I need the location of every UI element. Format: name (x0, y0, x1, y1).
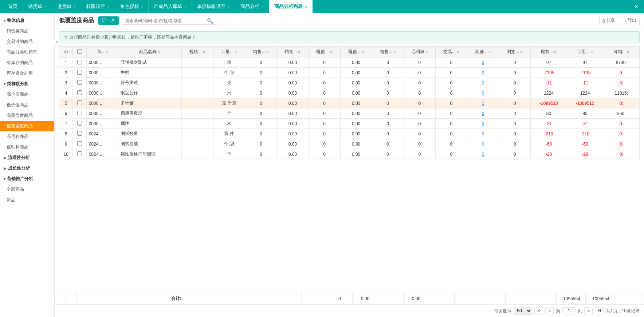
sidebar-collapse-button[interactable]: « (54, 39, 60, 46)
col-cov2[interactable]: 覆盖...⇅ (340, 47, 372, 58)
nav-tab-sales[interactable]: 销货单 × (23, 0, 52, 13)
close-production-tab[interactable]: × (184, 5, 186, 9)
row-checkbox[interactable] (73, 58, 86, 68)
export-button[interactable]: ↑ 导出 (621, 16, 640, 25)
row-checkbox[interactable] (73, 98, 86, 108)
nav-tab-template[interactable]: 单据模板设置 × (192, 0, 235, 13)
first-page-button[interactable]: K (534, 307, 543, 314)
col-gross[interactable]: 毛利率⇅ (404, 47, 435, 58)
row-checkbox[interactable] (73, 68, 86, 78)
row-select-checkbox[interactable] (77, 80, 82, 85)
col-trans[interactable]: 交易...⇅ (435, 47, 467, 58)
row-checkbox[interactable] (73, 149, 86, 159)
close-sales-tab[interactable]: × (44, 5, 47, 9)
row-no: 8 (59, 129, 73, 139)
col-cov1[interactable]: 覆盖...⇅ (309, 47, 340, 58)
row-sales-vol: 0 (372, 129, 404, 139)
close-analysis-tab[interactable]: × (262, 5, 264, 9)
row-br1[interactable]: 0 (467, 119, 499, 129)
sidebar-group-liquidity[interactable]: ▶ 流通性分析 (0, 152, 54, 163)
search-input[interactable] (125, 18, 205, 23)
col-current[interactable]: 现有...⇅ (531, 47, 567, 58)
row-select-checkbox[interactable] (77, 141, 82, 146)
col-sales-vol[interactable]: 销售...⇅ (372, 47, 404, 58)
next-page-button[interactable]: > (584, 307, 593, 314)
sidebar-item-stock-fund[interactable]: 库存资金占用 (0, 68, 54, 79)
row-br1[interactable]: 0 (467, 88, 499, 98)
row-code: 0024... (86, 139, 118, 149)
row-br1[interactable]: 0 (467, 68, 499, 78)
col-checkbox[interactable] (73, 47, 86, 58)
row-br1[interactable]: 0 (467, 98, 499, 108)
select-all-checkbox[interactable] (77, 49, 82, 54)
row-select-checkbox[interactable] (77, 60, 82, 64)
close-purchase-tab[interactable]: × (74, 5, 76, 9)
col-br2[interactable]: 浏览...⇅ (499, 47, 531, 58)
row-checkbox[interactable] (73, 139, 86, 149)
sidebar-item-category-sales-rate[interactable]: 商品分类动销率 (0, 47, 54, 58)
nav-tab-role[interactable]: 角色授权 × (115, 0, 149, 13)
col-sales-amt[interactable]: 销售...⇅ (277, 47, 309, 58)
search-icon[interactable]: 🔍 (207, 18, 213, 24)
row-select-checkbox[interactable] (77, 90, 82, 95)
nav-tab-production[interactable]: 产成品入库单 × (149, 0, 192, 13)
row-checkbox[interactable] (73, 88, 86, 98)
row-checkbox[interactable] (73, 108, 86, 119)
row-checkbox[interactable] (73, 78, 86, 88)
sidebar-item-traded-goods[interactable]: 交易过的商品 (0, 36, 54, 47)
sidebar-group-overall[interactable]: ▾ 整体信息 (0, 15, 54, 26)
row-select-checkbox[interactable] (77, 70, 82, 75)
share-button[interactable]: ⎙ 分享 (599, 16, 618, 25)
row-br1[interactable]: 0 (467, 149, 499, 159)
sidebar-item-new-goods[interactable]: 新品 (0, 195, 54, 205)
close-template-tab[interactable]: × (228, 5, 230, 9)
row-checkbox[interactable] (73, 129, 86, 139)
nav-tab-analysis[interactable]: 商品分析 × (235, 0, 269, 13)
sidebar-item-all-goods[interactable]: 全部商品 (0, 184, 54, 195)
page-number-input[interactable] (562, 307, 576, 314)
row-checkbox[interactable] (73, 119, 86, 129)
row-select-checkbox[interactable] (77, 121, 82, 126)
row-select-checkbox[interactable] (77, 131, 82, 136)
sidebar-group-cluster[interactable]: ▾ 类群度分析 (0, 79, 54, 89)
row-select-checkbox[interactable] (77, 100, 82, 105)
row-select-checkbox[interactable] (77, 111, 82, 115)
nav-tab-analysis-list[interactable]: 商品分析列表 × (269, 0, 313, 13)
sidebar-item-high-margin[interactable]: 高毛利商品 (0, 131, 54, 142)
col-unit[interactable]: 计量...⇅ (213, 47, 245, 58)
sidebar-item-high-coverage[interactable]: 高覆盖度商品 (0, 110, 54, 121)
nav-tab-purchase[interactable]: 进货单 × (52, 0, 81, 13)
col-settings[interactable]: ⚙ (59, 47, 73, 58)
per-page-select[interactable]: 50 20 100 200 (514, 307, 532, 315)
row-br1[interactable]: 0 (467, 78, 499, 88)
sidebar-item-in-stock[interactable]: 有库存的商品 (0, 58, 54, 68)
col-spec[interactable]: 规格...⇅ (182, 47, 213, 58)
close-permission-tab[interactable]: × (107, 5, 110, 9)
row-select-checkbox[interactable] (77, 151, 82, 156)
sidebar-item-low-value[interactable]: 低价值商品 (0, 100, 54, 110)
row-br1[interactable]: 0 (467, 108, 499, 119)
last-page-button[interactable]: N (595, 307, 604, 314)
sidebar-item-low-margin[interactable]: 低毛利商品 (0, 142, 54, 152)
col-available[interactable]: 可用...⇅ (567, 47, 603, 58)
col-sales-qty[interactable]: 销售...⇅ (245, 47, 277, 58)
close-analysis-list-tab[interactable]: × (305, 5, 307, 9)
col-sellable[interactable]: 可销...⇅ (603, 47, 640, 58)
row-br1[interactable]: 0 (467, 139, 499, 149)
sidebar-item-low-coverage[interactable]: 低覆盖度商品 (0, 121, 54, 131)
sidebar-group-marketing[interactable]: ▾ 营销推广分析 (0, 174, 54, 184)
close-role-tab[interactable]: × (141, 5, 144, 9)
prev-page-button[interactable]: < (545, 307, 554, 314)
col-name[interactable]: 商品名称⇅ (118, 47, 181, 58)
window-close-button[interactable]: × (631, 3, 641, 11)
sidebar-item-sales-goods[interactable]: 销售类商品 (0, 26, 54, 36)
col-code[interactable]: 商...⇅ (86, 47, 118, 58)
row-br1[interactable]: 0 (467, 58, 499, 68)
sidebar-group-growth[interactable]: ▶ 成长性分析 (0, 163, 54, 174)
nav-tab-home[interactable]: 首页 (3, 0, 23, 13)
nav-tab-permission[interactable]: 权限设置 × (81, 0, 115, 13)
col-br1[interactable]: 浏览...⇅ (467, 47, 499, 58)
sidebar-item-high-value[interactable]: 高价值商品 (0, 89, 54, 100)
row-br1[interactable]: 0 (467, 129, 499, 139)
period-button[interactable]: 近一月 (98, 16, 119, 25)
